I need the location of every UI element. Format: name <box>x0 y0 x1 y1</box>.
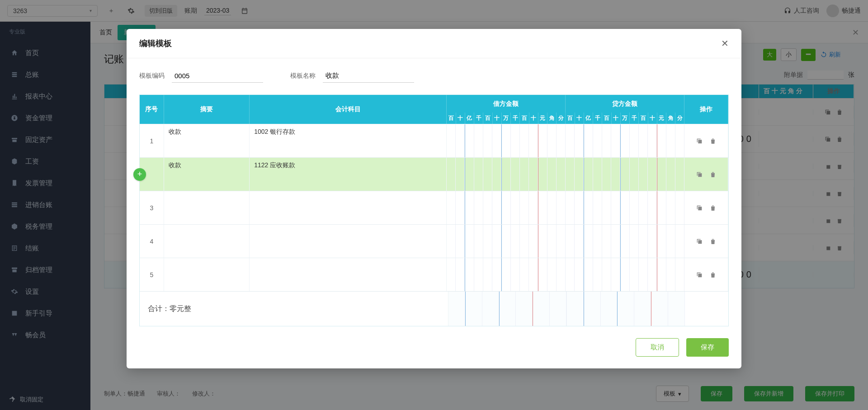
digit-cell[interactable] <box>575 258 584 291</box>
digit-cell[interactable] <box>620 124 630 157</box>
delete-icon[interactable] <box>709 238 717 245</box>
digit-cell[interactable] <box>593 225 602 258</box>
digit-cell[interactable] <box>639 225 648 258</box>
digit-cell[interactable] <box>557 124 566 157</box>
digit-cell[interactable] <box>492 124 501 157</box>
cancel-button[interactable]: 取消 <box>636 338 679 357</box>
digit-cell[interactable] <box>675 225 684 258</box>
digit-cell[interactable] <box>483 191 492 224</box>
delete-icon[interactable] <box>709 204 717 212</box>
digit-cell[interactable] <box>648 158 657 191</box>
digit-cell[interactable] <box>447 225 456 258</box>
digit-cell[interactable] <box>520 158 529 191</box>
digit-cell[interactable] <box>675 258 684 291</box>
digit-cell[interactable] <box>666 225 675 258</box>
digit-cell[interactable] <box>593 124 602 157</box>
digit-cell[interactable] <box>575 158 584 191</box>
digit-cell[interactable] <box>566 158 575 191</box>
digit-cell[interactable] <box>657 124 666 157</box>
digit-cell[interactable] <box>668 292 685 326</box>
digit-cell[interactable] <box>516 292 533 326</box>
digit-cell[interactable] <box>511 258 520 291</box>
digit-cell[interactable] <box>611 191 620 224</box>
digit-cell[interactable] <box>611 225 620 258</box>
digit-cell[interactable] <box>550 292 566 326</box>
digit-cell[interactable] <box>465 258 474 291</box>
digit-cell[interactable] <box>657 158 666 191</box>
digit-cell[interactable] <box>566 191 575 224</box>
copy-icon[interactable] <box>696 204 703 212</box>
close-icon[interactable]: ✕ <box>721 38 729 49</box>
digit-cell[interactable] <box>474 158 483 191</box>
digit-cell[interactable] <box>465 191 474 224</box>
digit-cell[interactable] <box>538 191 547 224</box>
digit-cell[interactable] <box>648 258 657 291</box>
digit-cell[interactable] <box>447 158 456 191</box>
digit-cell[interactable] <box>601 292 618 326</box>
digit-cell[interactable] <box>474 258 483 291</box>
subject-cell[interactable]: 1002 银行存款 <box>250 124 447 157</box>
digit-cell[interactable] <box>538 124 547 157</box>
digit-cell[interactable] <box>630 124 639 157</box>
summary-cell[interactable] <box>164 225 250 258</box>
subject-cell[interactable] <box>250 258 447 291</box>
digit-cell[interactable] <box>602 124 611 157</box>
digit-cell[interactable] <box>566 258 575 291</box>
digit-cell[interactable] <box>639 258 648 291</box>
digit-cell[interactable] <box>575 124 584 157</box>
digit-cell[interactable] <box>630 191 639 224</box>
digit-cell[interactable] <box>501 225 511 258</box>
digit-cell[interactable] <box>602 225 611 258</box>
digit-cell[interactable] <box>648 225 657 258</box>
digit-cell[interactable] <box>675 158 684 191</box>
digit-cell[interactable] <box>630 258 639 291</box>
digit-cell[interactable] <box>557 158 566 191</box>
digit-cell[interactable] <box>617 292 634 326</box>
digit-cell[interactable] <box>501 124 511 157</box>
digit-cell[interactable] <box>492 191 501 224</box>
digit-cell[interactable] <box>483 258 492 291</box>
digit-cell[interactable] <box>547 191 557 224</box>
digit-cell[interactable] <box>474 225 483 258</box>
digit-cell[interactable] <box>584 124 593 157</box>
summary-cell[interactable] <box>164 258 250 291</box>
digit-cell[interactable] <box>456 225 465 258</box>
digit-cell[interactable] <box>447 258 456 291</box>
digit-cell[interactable] <box>639 191 648 224</box>
digit-cell[interactable] <box>474 191 483 224</box>
digit-cell[interactable] <box>520 191 529 224</box>
digit-cell[interactable] <box>575 191 584 224</box>
digit-cell[interactable] <box>533 292 550 326</box>
digit-cell[interactable] <box>620 258 630 291</box>
digit-cell[interactable] <box>520 124 529 157</box>
copy-icon[interactable] <box>696 171 703 178</box>
digit-cell[interactable] <box>630 158 639 191</box>
digit-cell[interactable] <box>456 191 465 224</box>
digit-cell[interactable] <box>492 225 501 258</box>
digit-cell[interactable] <box>456 124 465 157</box>
digit-cell[interactable] <box>547 258 557 291</box>
digit-cell[interactable] <box>483 225 492 258</box>
digit-cell[interactable] <box>483 124 492 157</box>
digit-cell[interactable] <box>666 258 675 291</box>
digit-cell[interactable] <box>483 158 492 191</box>
digit-cell[interactable] <box>538 258 547 291</box>
template-code-input[interactable] <box>172 69 263 83</box>
digit-cell[interactable] <box>620 225 630 258</box>
delete-icon[interactable] <box>709 137 717 145</box>
digit-cell[interactable] <box>538 158 547 191</box>
digit-cell[interactable] <box>657 225 666 258</box>
copy-icon[interactable] <box>696 137 703 145</box>
digit-cell[interactable] <box>511 225 520 258</box>
digit-cell[interactable] <box>511 124 520 157</box>
digit-cell[interactable] <box>584 292 601 326</box>
subject-cell[interactable]: 1122 应收账款 <box>250 158 447 191</box>
digit-cell[interactable] <box>657 191 666 224</box>
digit-cell[interactable] <box>675 191 684 224</box>
copy-icon[interactable] <box>696 271 703 278</box>
digit-cell[interactable] <box>482 292 499 326</box>
digit-cell[interactable] <box>639 124 648 157</box>
digit-cell[interactable] <box>511 158 520 191</box>
digit-cell[interactable] <box>474 124 483 157</box>
digit-cell[interactable] <box>657 258 666 291</box>
